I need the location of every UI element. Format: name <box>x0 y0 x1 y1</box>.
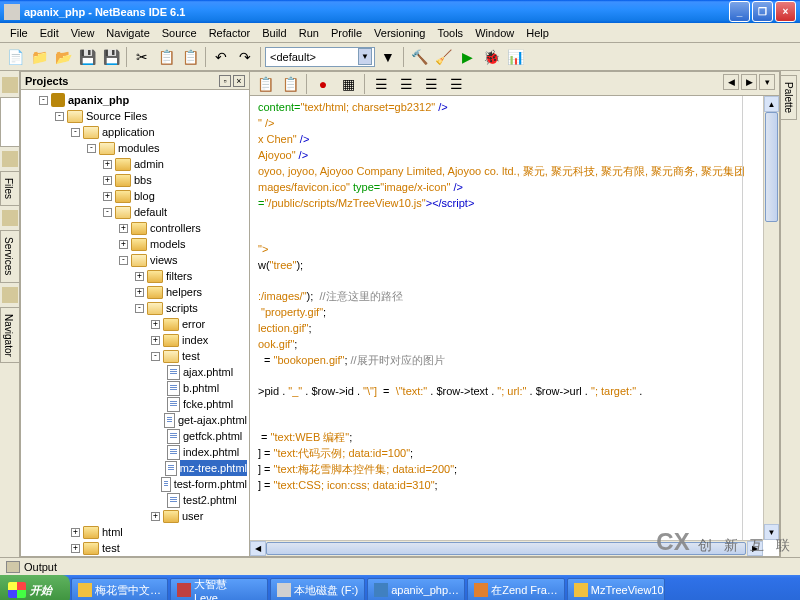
clean-button[interactable]: 🧹 <box>432 46 454 68</box>
tree-file-test-form[interactable]: test-form.phtml <box>151 476 247 492</box>
code-area[interactable]: content="text/html; charset=gb2312" /> "… <box>250 96 779 498</box>
profile-button[interactable]: 📊 <box>504 46 526 68</box>
close-button[interactable]: × <box>775 1 796 22</box>
minimize-button[interactable]: _ <box>729 1 750 22</box>
task-3[interactable]: 本地磁盘 (F:) <box>270 578 365 600</box>
menu-versioning[interactable]: Versioning <box>368 25 431 41</box>
menu-help[interactable]: Help <box>520 25 555 41</box>
menu-view[interactable]: View <box>65 25 101 41</box>
ed-btn-8[interactable]: ☰ <box>445 73 467 95</box>
task-6[interactable]: MzTreeView10 <box>567 578 665 600</box>
tree-test2[interactable]: +test <box>55 540 247 556</box>
task-5[interactable]: 在Zend Fra… <box>467 578 565 600</box>
nav-back-button[interactable]: ◀ <box>723 74 739 90</box>
ed-btn-2[interactable]: 📋 <box>279 73 301 95</box>
tree-views[interactable]: -views <box>103 252 247 268</box>
tab-services[interactable]: Services <box>0 230 19 282</box>
tree-test[interactable]: -test <box>135 348 247 364</box>
tree-application[interactable]: -application <box>55 124 247 140</box>
tree-file-fcke[interactable]: fcke.phtml <box>151 396 247 412</box>
new-project-button[interactable]: 📁 <box>28 46 50 68</box>
menu-navigate[interactable]: Navigate <box>100 25 155 41</box>
tree-filters[interactable]: +filters <box>119 268 247 284</box>
tree-admin[interactable]: +admin <box>87 156 247 172</box>
tree-file-get-ajax[interactable]: get-ajax.phtml <box>151 412 247 428</box>
tree-error[interactable]: +error <box>135 316 247 332</box>
editor: 📋 📋 ● ▦ ☰ ☰ ☰ ☰ ◀ ▶ ▾ content="text/html… <box>250 71 780 557</box>
task-2[interactable]: 大智慧Leve… <box>170 578 268 600</box>
ed-btn-4[interactable]: ▦ <box>337 73 359 95</box>
tree-file-ajax[interactable]: ajax.phtml <box>151 364 247 380</box>
run-button[interactable]: ▶ <box>456 46 478 68</box>
menu-tools[interactable]: Tools <box>431 25 469 41</box>
cut-button[interactable]: ✂ <box>131 46 153 68</box>
ed-btn-7[interactable]: ☰ <box>420 73 442 95</box>
tree-bbs[interactable]: +bbs <box>87 172 247 188</box>
tree-index[interactable]: +index <box>135 332 247 348</box>
menu-edit[interactable]: Edit <box>34 25 65 41</box>
redo-button[interactable]: ↷ <box>234 46 256 68</box>
tree-helpers[interactable]: +helpers <box>119 284 247 300</box>
tree-file-mz-tree[interactable]: mz-tree.phtml <box>151 460 247 476</box>
tree-source-files[interactable]: -Source Files <box>39 108 247 124</box>
menu-source[interactable]: Source <box>156 25 203 41</box>
services-icon[interactable] <box>2 210 18 226</box>
tree-file-getfck[interactable]: getfck.phtml <box>151 428 247 444</box>
task-4[interactable]: apanix_php… <box>367 578 465 600</box>
tree-default[interactable]: -default <box>87 204 247 220</box>
save-all-button[interactable]: 💾 <box>100 46 122 68</box>
panel-minimize-button[interactable]: ▫ <box>219 75 231 87</box>
output-label: Output <box>24 561 57 573</box>
tree-file-test2[interactable]: test2.phtml <box>151 492 247 508</box>
panel-close-button[interactable]: × <box>233 75 245 87</box>
tab-files[interactable]: Files <box>0 171 19 206</box>
nav-fwd-button[interactable]: ▶ <box>741 74 757 90</box>
ed-btn-6[interactable]: ☰ <box>395 73 417 95</box>
debug-button[interactable]: 🐞 <box>480 46 502 68</box>
scroll-up-arrow[interactable]: ▲ <box>764 96 779 112</box>
new-file-button[interactable]: 📄 <box>4 46 26 68</box>
menu-build[interactable]: Build <box>256 25 292 41</box>
tab-projects[interactable]: Projects <box>0 97 19 147</box>
save-button[interactable]: 💾 <box>76 46 98 68</box>
navigator-icon[interactable] <box>2 287 18 303</box>
build-dropdown[interactable]: ▼ <box>377 46 399 68</box>
tree-file-b[interactable]: b.phtml <box>151 380 247 396</box>
tree-controllers[interactable]: +controllers <box>103 220 247 236</box>
copy-button[interactable]: 📋 <box>155 46 177 68</box>
menu-run[interactable]: Run <box>293 25 325 41</box>
start-button[interactable]: 开始 <box>0 575 70 600</box>
tree-scripts[interactable]: -scripts <box>119 300 247 316</box>
ed-btn-1[interactable]: 📋 <box>254 73 276 95</box>
ed-btn-3[interactable]: ● <box>312 73 334 95</box>
nav-menu-button[interactable]: ▾ <box>759 74 775 90</box>
tree-models[interactable]: +models <box>103 236 247 252</box>
files-icon[interactable] <box>2 151 18 167</box>
projects-icon[interactable] <box>2 77 18 93</box>
ed-btn-5[interactable]: ☰ <box>370 73 392 95</box>
project-tree[interactable]: -apanix_php -Source Files -application -… <box>21 90 249 556</box>
vertical-scrollbar[interactable]: ▲ ▼ <box>763 96 779 540</box>
scroll-v-thumb[interactable] <box>765 112 778 222</box>
tree-file-index[interactable]: index.phtml <box>151 444 247 460</box>
tab-palette[interactable]: Palette <box>781 75 797 120</box>
config-combo[interactable]: <default> <box>265 47 375 67</box>
maximize-button[interactable]: ❐ <box>752 1 773 22</box>
toolbar: 📄 📁 📂 💾 💾 ✂ 📋 📋 ↶ ↷ <default> ▼ 🔨 🧹 ▶ 🐞 … <box>0 43 800 71</box>
tree-user[interactable]: +user <box>135 508 247 524</box>
menu-window[interactable]: Window <box>469 25 520 41</box>
tree-modules[interactable]: -modules <box>71 140 247 156</box>
tree-root[interactable]: -apanix_php <box>23 92 247 108</box>
task-1[interactable]: 梅花雪中文… <box>71 578 168 600</box>
tab-navigator[interactable]: Navigator <box>0 307 19 364</box>
undo-button[interactable]: ↶ <box>210 46 232 68</box>
build-button[interactable]: 🔨 <box>408 46 430 68</box>
scroll-left-arrow[interactable]: ◀ <box>250 541 266 556</box>
menu-profile[interactable]: Profile <box>325 25 368 41</box>
menu-file[interactable]: File <box>4 25 34 41</box>
paste-button[interactable]: 📋 <box>179 46 201 68</box>
tree-blog[interactable]: +blog <box>87 188 247 204</box>
open-button[interactable]: 📂 <box>52 46 74 68</box>
tree-html[interactable]: +html <box>55 524 247 540</box>
menu-refactor[interactable]: Refactor <box>203 25 257 41</box>
